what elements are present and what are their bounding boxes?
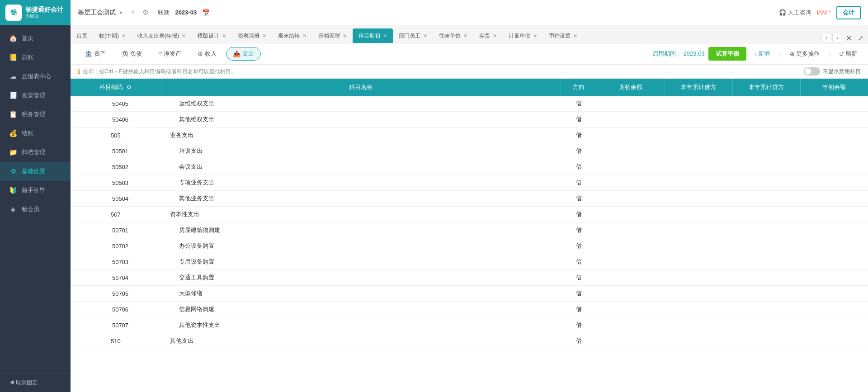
- tab-close-subject_init[interactable]: ✕: [383, 33, 387, 39]
- table-row[interactable]: 50704 交通工具购置 借: [71, 270, 868, 286]
- main-content: 基层工会测试 ▼ + ⚙ 账期 2023-03 📅 🎧 人工咨询 iAM * 会…: [71, 0, 868, 392]
- tabs-next-arrow[interactable]: ›: [832, 33, 842, 43]
- tab-close-currency[interactable]: ✕: [573, 33, 577, 39]
- table-row[interactable]: 507 资本性支出 借: [71, 207, 868, 222]
- tab-template[interactable]: 模版设计✕: [192, 28, 232, 43]
- table-row[interactable]: 50503 专项业务支出 借: [71, 175, 868, 191]
- sidebar-item-tax[interactable]: 📋税务管理: [0, 105, 71, 124]
- tab-close-period_end[interactable]: ✕: [302, 33, 307, 39]
- filter-tab-net_asset[interactable]: ≡净资产: [151, 47, 188, 61]
- close-all-tabs[interactable]: ✕: [843, 34, 854, 43]
- cell-ytd-debit-0: [665, 96, 732, 112]
- table-row[interactable]: 50702 办公设备购置 借: [71, 238, 868, 254]
- cell-code-11: 50704: [71, 270, 161, 286]
- tab-archive_mgr[interactable]: 归档管理✕: [312, 28, 353, 43]
- table-row[interactable]: 50705 大型修缮 借: [71, 286, 868, 302]
- sidebar-label-member: 畅会员: [22, 205, 39, 213]
- more-icon: ⊕: [790, 51, 795, 57]
- filter-label-expense: 支出: [242, 50, 254, 58]
- tab-home[interactable]: 首页: [71, 28, 93, 43]
- settlement-icon: 💰: [9, 129, 17, 137]
- cell-balance-15: [597, 333, 665, 349]
- refresh-button[interactable]: ↺ 刷新: [835, 50, 861, 58]
- balance-button[interactable]: 试算平衡: [708, 47, 746, 61]
- table-row[interactable]: 50703 专用设备购置 借: [71, 254, 868, 270]
- tab-close-tax_clear[interactable]: ✕: [262, 33, 266, 39]
- table-row[interactable]: 50501 培训支出 借: [71, 143, 868, 159]
- table-row[interactable]: 50502 会议支出 借: [71, 159, 868, 175]
- period-info-value: 2023.03: [684, 50, 705, 57]
- cell-balance-4: [597, 159, 665, 175]
- column-settings-icon[interactable]: ⚙: [127, 84, 132, 90]
- filter-tab-liability[interactable]: 负负债: [115, 47, 149, 61]
- filter-tab-asset[interactable]: 🏦资产: [78, 47, 113, 61]
- table-row[interactable]: 50706 信息网络购建 借: [71, 302, 868, 317]
- tab-cashflow_mid[interactable]: 收(中期)✕: [93, 28, 132, 43]
- refresh-label: 刷新: [845, 50, 857, 58]
- sidebar-item-guide[interactable]: 🔰新手引导: [0, 181, 71, 200]
- help-button[interactable]: 🎧 人工咨询: [779, 9, 811, 17]
- sidebar-item-archive[interactable]: 📁归档管理: [0, 143, 71, 162]
- account-button[interactable]: 会计: [836, 6, 861, 19]
- cell-code-12: 50705: [71, 286, 161, 302]
- cell-dir-10: 借: [561, 254, 597, 270]
- tab-label-currency: 币种设置: [549, 32, 571, 40]
- cell-ytd-credit-10: [732, 254, 800, 270]
- filter-tab-expense[interactable]: 📤支出: [226, 47, 261, 61]
- tab-currency[interactable]: 币种设置✕: [543, 28, 583, 43]
- sidebar-item-home[interactable]: 🏠首页: [0, 29, 71, 48]
- add-company-button[interactable]: +: [129, 6, 137, 19]
- add-subject-button[interactable]: + 新增: [750, 50, 774, 58]
- sidebar-item-reports[interactable]: ☁云报表中心: [0, 67, 71, 86]
- cell-ytd-debit-14: [665, 317, 732, 333]
- tab-subject_init[interactable]: 科目期初✕: [353, 28, 393, 43]
- table-row[interactable]: 50405 运维维权支出 借: [71, 96, 868, 112]
- cell-balance-7: [597, 207, 665, 222]
- tab-period_end[interactable]: 期末结转✕: [272, 28, 312, 43]
- expand-icon[interactable]: ⤢: [855, 34, 866, 42]
- table-row[interactable]: 50701 房屋建筑物购建 借: [71, 222, 868, 238]
- tabs-prev-arrow[interactable]: ‹: [821, 33, 831, 43]
- cell-ytd-debit-4: [665, 159, 732, 175]
- tab-close-template[interactable]: ✕: [222, 33, 226, 39]
- table-row[interactable]: 50707 其他资本性支出 借: [71, 317, 868, 333]
- sidebar-item-settings[interactable]: ⚙基础设置: [0, 162, 71, 181]
- table-row[interactable]: 50406 其他维权支出 借: [71, 112, 868, 128]
- tab-label-income_year: 收入支出表(年报): [137, 32, 179, 40]
- hide-disabled-toggle[interactable]: [804, 67, 820, 76]
- calendar-icon[interactable]: 📅: [202, 9, 210, 16]
- tab-income_year[interactable]: 收入支出表(年报)✕: [132, 28, 192, 43]
- cell-code-10: 50703: [71, 254, 161, 270]
- filter-label-asset: 资产: [94, 50, 106, 58]
- sidebar-item-ledger[interactable]: 📒总账: [0, 48, 71, 67]
- company-selector[interactable]: 基层工会测试 ▼: [78, 9, 123, 17]
- table-row[interactable]: 505 业务支出 借: [71, 128, 868, 143]
- tab-close-unit[interactable]: ✕: [533, 33, 537, 39]
- more-actions-button[interactable]: ⊕ 更多操作: [786, 50, 823, 58]
- tab-close-counterpart[interactable]: ✕: [463, 33, 467, 39]
- sidebar-item-member[interactable]: ◈畅会员: [0, 200, 71, 219]
- table-row[interactable]: 510 其他支出 借: [71, 333, 868, 349]
- tab-close-income_year[interactable]: ✕: [182, 33, 186, 39]
- tab-tax_clear[interactable]: 税表清册✕: [232, 28, 272, 43]
- th-name: 科目名称: [161, 79, 561, 96]
- company-settings-icon[interactable]: ⚙: [142, 8, 149, 17]
- tab-close-archive_mgr[interactable]: ✕: [343, 33, 347, 39]
- tab-close-cashflow_mid[interactable]: ✕: [122, 33, 126, 39]
- th-code: 科目编码 ⚙: [71, 79, 161, 96]
- sidebar-item-settlement[interactable]: 💰结账: [0, 124, 71, 143]
- guide-icon: 🔰: [9, 186, 17, 194]
- filter-tab-income[interactable]: ⊕收入: [191, 47, 223, 61]
- tab-counterpart[interactable]: 往来单位✕: [433, 28, 473, 43]
- cell-name-12: 大型修缮: [161, 286, 561, 302]
- cell-ytd-credit-11: [732, 270, 800, 286]
- sidebar-item-invoice[interactable]: 🧾发票管理: [0, 86, 71, 105]
- sidebar-collapse[interactable]: ◀ 取消固定: [0, 373, 71, 392]
- table-row[interactable]: 50504 其他业务支出 借: [71, 191, 868, 207]
- tab-inventory[interactable]: 存货✕: [473, 28, 503, 43]
- tab-close-dept_staff[interactable]: ✕: [423, 33, 427, 39]
- tab-close-inventory[interactable]: ✕: [493, 33, 497, 39]
- tab-label-subject_init: 科目期初: [359, 32, 380, 40]
- tab-unit[interactable]: 计量单位✕: [503, 28, 543, 43]
- tab-dept_staff[interactable]: 部门员工✕: [393, 28, 433, 43]
